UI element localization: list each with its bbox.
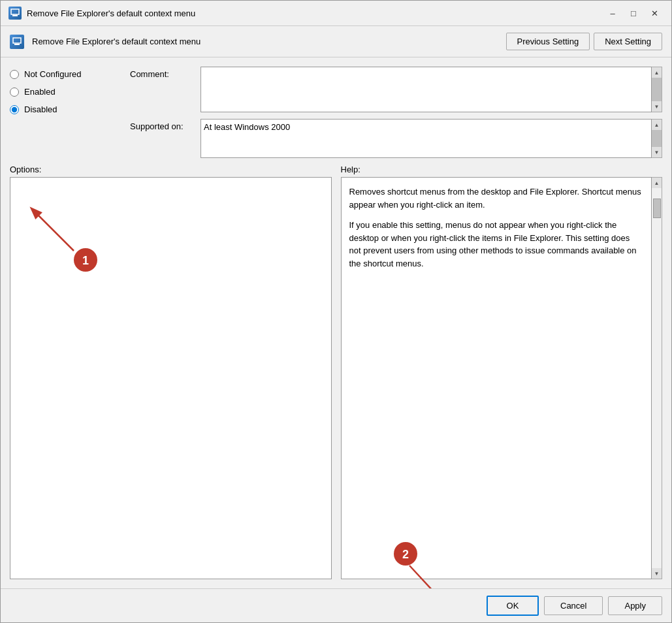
top-section: Not Configured Enabled Disabled C xyxy=(10,67,662,158)
header-title: Remove File Explorer's default context m… xyxy=(32,37,498,46)
help-label-container: Help: xyxy=(341,165,663,174)
footer: OK Cancel Apply xyxy=(1,588,671,622)
enabled-radio[interactable] xyxy=(10,88,19,97)
help-scroll-down[interactable]: ▼ xyxy=(652,568,662,579)
help-paragraph-2: If you enable this setting, menus do not… xyxy=(349,219,644,270)
supported-box-container: At least Windows 2000 ▲ ▼ xyxy=(200,119,662,158)
next-setting-button[interactable]: Next Setting xyxy=(594,33,662,50)
maximize-button[interactable]: □ xyxy=(624,6,643,20)
options-box xyxy=(10,177,332,579)
previous-setting-button[interactable]: Previous Setting xyxy=(506,33,590,50)
options-panel xyxy=(10,177,332,579)
comment-scroll-down[interactable]: ▼ xyxy=(652,101,662,112)
comment-scroll-up[interactable]: ▲ xyxy=(652,67,662,78)
supported-label: Supported on: xyxy=(130,119,195,131)
window-title: Remove File Explorer's default context m… xyxy=(27,8,603,18)
ok-button[interactable]: OK xyxy=(487,596,539,616)
content-area: Not Configured Enabled Disabled C xyxy=(1,57,671,588)
content-wrapper: Not Configured Enabled Disabled C xyxy=(1,57,671,588)
svg-rect-5 xyxy=(14,44,20,45)
supported-scroll-down[interactable]: ▼ xyxy=(652,147,662,157)
help-scroll-up[interactable]: ▲ xyxy=(652,178,662,188)
not-configured-label: Not Configured xyxy=(24,69,81,79)
header-icon xyxy=(10,35,24,49)
svg-rect-1 xyxy=(12,15,18,16)
help-label: Help: xyxy=(341,165,360,174)
apply-button[interactable]: Apply xyxy=(608,596,662,615)
supported-value: At least Windows 2000 xyxy=(204,122,290,132)
options-label: Options: xyxy=(10,165,41,174)
enabled-label: Enabled xyxy=(24,87,56,97)
options-label-container: Options: xyxy=(10,165,332,174)
main-window: Remove File Explorer's default context m… xyxy=(0,0,672,623)
not-configured-radio[interactable] xyxy=(10,70,19,79)
close-button[interactable]: ✕ xyxy=(645,6,664,20)
window-controls: – □ ✕ xyxy=(603,6,664,20)
comment-label: Comment: xyxy=(130,67,195,79)
supported-value-box: At least Windows 2000 xyxy=(200,119,652,158)
comment-row: Comment: ▲ ▼ xyxy=(130,67,662,112)
bottom-section: Removes shortcut menus from the desktop … xyxy=(10,177,662,579)
fields-section: Comment: ▲ ▼ Supported on: xyxy=(130,67,662,158)
supported-scroll-up[interactable]: ▲ xyxy=(652,120,662,130)
help-scrollbar: ▲ ▼ xyxy=(652,177,662,579)
svg-rect-0 xyxy=(11,9,19,14)
help-box-container: Removes shortcut menus from the desktop … xyxy=(341,177,663,579)
help-text-box: Removes shortcut menus from the desktop … xyxy=(341,177,652,579)
radio-group: Not Configured Enabled Disabled xyxy=(10,67,121,158)
bottom-labels: Options: Help: xyxy=(10,165,662,174)
nav-buttons: Previous Setting Next Setting xyxy=(506,33,663,50)
comment-scroll-thumb xyxy=(652,78,662,101)
enabled-option[interactable]: Enabled xyxy=(10,87,121,97)
supported-scrollbar: ▲ ▼ xyxy=(652,119,662,158)
window-icon xyxy=(8,7,22,20)
disabled-label: Disabled xyxy=(24,104,57,114)
title-bar: Remove File Explorer's default context m… xyxy=(1,1,671,26)
header-bar: Remove File Explorer's default context m… xyxy=(1,26,671,57)
help-paragraph-1: Removes shortcut menus from the desktop … xyxy=(349,185,644,211)
disabled-radio[interactable] xyxy=(10,105,19,114)
help-panel: Removes shortcut menus from the desktop … xyxy=(341,177,663,579)
svg-rect-4 xyxy=(13,38,21,43)
comment-textarea[interactable] xyxy=(200,67,652,112)
comment-box-container: ▲ ▼ xyxy=(200,67,662,112)
not-configured-option[interactable]: Not Configured xyxy=(10,69,121,79)
minimize-button[interactable]: – xyxy=(603,6,622,20)
cancel-button[interactable]: Cancel xyxy=(544,596,603,615)
supported-row: Supported on: At least Windows 2000 ▲ ▼ xyxy=(130,119,662,158)
supported-scroll-thumb xyxy=(652,130,662,147)
help-scroll-thumb xyxy=(653,199,661,218)
comment-scrollbar: ▲ ▼ xyxy=(652,67,662,112)
disabled-option[interactable]: Disabled xyxy=(10,104,121,114)
